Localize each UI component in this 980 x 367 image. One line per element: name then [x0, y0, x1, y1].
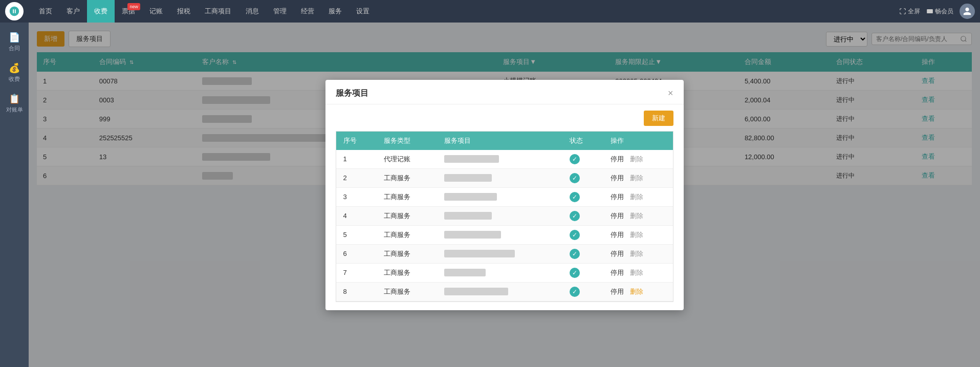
- stop-action-button[interactable]: 停用: [611, 155, 624, 163]
- sidebar-item-label: 对账单: [6, 106, 23, 114]
- modal-cell-actions: 停用 删除: [603, 150, 672, 169]
- status-active-icon: ✓: [570, 249, 580, 259]
- modal-cell-item: ████注册: [437, 282, 562, 301]
- modal-col-seq: 序号: [336, 132, 377, 150]
- delete-action-button[interactable]: 删除: [630, 174, 643, 182]
- statement-icon: 📋: [9, 93, 20, 104]
- modal-table-wrap: 序号 服务类型 服务项目 状态 操作 1 代理记账 ████1 ✓ 停用: [336, 131, 673, 302]
- delete-action-button[interactable]: 删除: [630, 212, 643, 220]
- sidebar-item-statement[interactable]: 📋 对账单: [2, 89, 27, 118]
- sidebar-item-billing[interactable]: 💰 收费: [2, 58, 27, 87]
- modal-cell-actions: 停用 删除: [603, 225, 672, 244]
- nav-settings[interactable]: 设置: [349, 0, 377, 23]
- modal-cell-seq: 4: [336, 206, 377, 225]
- modal-cell-seq: 7: [336, 263, 377, 282]
- modal-cell-status: ✓: [562, 206, 603, 225]
- nav-manage[interactable]: 管理: [266, 0, 294, 23]
- list-item: 8 工商服务 ████注册 ✓ 停用 删除: [336, 282, 673, 301]
- fullscreen-btn[interactable]: 全屏: [899, 7, 920, 16]
- modal-cell-actions: 停用 删除: [603, 206, 672, 225]
- left-sidebar: 📄 合同 💰 收费 📋 对账单: [0, 23, 29, 367]
- modal-cell-type: 工商服务: [377, 263, 437, 282]
- service-items-table: 序号 服务类型 服务项目 状态 操作 1 代理记账 ████1 ✓ 停用: [336, 132, 673, 301]
- nav-service[interactable]: 服务: [321, 0, 349, 23]
- sidebar-item-label: 合同: [9, 45, 20, 52]
- modal-cell-actions: 停用 删除: [603, 282, 672, 301]
- nav-tax[interactable]: 报税: [170, 0, 198, 23]
- modal-cell-seq: 2: [336, 168, 377, 187]
- stop-action-button[interactable]: 停用: [611, 174, 624, 182]
- modal-cell-status: ✓: [562, 187, 603, 206]
- status-active-icon: ✓: [570, 230, 580, 240]
- nav-message[interactable]: 消息: [238, 0, 266, 23]
- modal-body: 新建 序号 服务类型 服务项目 状态 操作: [325, 104, 684, 310]
- main-layout: 📄 合同 💰 收费 📋 对账单 新增 服务项目 进行中 已结束 全部: [0, 23, 980, 367]
- list-item: 6 工商服务 ████████ ✓ 停用 删除: [336, 244, 673, 263]
- delete-action-button[interactable]: 删除: [630, 269, 643, 276]
- sidebar-item-contract[interactable]: 📄 合同: [2, 28, 27, 56]
- list-item: 7 工商服务 ████ ✓ 停用 删除: [336, 263, 673, 282]
- modal-header: 服务项目 ×: [325, 80, 684, 104]
- modal-cell-item: ████████: [437, 244, 562, 263]
- top-navigation: 首页 客户 收费 票据 new 记账 报税 工商项目 消息 管理 经营 服务 设…: [0, 0, 980, 23]
- modal-cell-status: ✓: [562, 263, 603, 282]
- app-logo: [5, 2, 24, 20]
- modal-cell-item: ████1: [437, 150, 562, 169]
- delete-action-button[interactable]: 删除: [630, 193, 643, 201]
- modal-cell-status: ✓: [562, 150, 603, 169]
- modal-cell-type: 工商服务: [377, 187, 437, 206]
- modal-cell-status: ✓: [562, 225, 603, 244]
- modal-cell-item: ████: [437, 263, 562, 282]
- nav-home[interactable]: 首页: [32, 0, 59, 23]
- modal-cell-seq: 6: [336, 244, 377, 263]
- nav-biz-project[interactable]: 工商项目: [198, 0, 238, 23]
- modal-cell-actions: 停用 删除: [603, 168, 672, 187]
- delete-action-button[interactable]: 删除: [630, 231, 643, 239]
- modal-toolbar: 新建: [336, 111, 673, 126]
- modal-new-button[interactable]: 新建: [644, 111, 673, 126]
- list-item: 4 工商服务 ████ ✓ 停用 删除: [336, 206, 673, 225]
- member-btn[interactable]: 畅会员: [926, 7, 953, 16]
- modal-cell-seq: 5: [336, 225, 377, 244]
- modal-cell-actions: 停用 删除: [603, 187, 672, 206]
- nav-customer[interactable]: 客户: [59, 0, 87, 23]
- modal-cell-item: ████: [437, 168, 562, 187]
- delete-action-button[interactable]: 删除: [630, 250, 643, 257]
- status-active-icon: ✓: [570, 173, 580, 183]
- main-content-area: 新增 服务项目 进行中 已结束 全部 序号: [29, 23, 980, 367]
- stop-action-button[interactable]: 停用: [611, 193, 624, 201]
- stop-action-button[interactable]: 停用: [611, 212, 624, 220]
- sidebar-item-label: 收费: [9, 75, 20, 83]
- list-item: 3 工商服务 ████ ✓ 停用 删除: [336, 187, 673, 206]
- modal-col-action: 操作: [603, 132, 672, 150]
- delete-action-button[interactable]: 删除: [630, 155, 643, 163]
- modal-cell-actions: 停用 删除: [603, 244, 672, 263]
- list-item: 2 工商服务 ████ ✓ 停用 删除: [336, 168, 673, 187]
- stop-action-button[interactable]: 停用: [611, 269, 624, 276]
- delete-action-button[interactable]: 删除: [630, 288, 643, 295]
- modal-cell-seq: 8: [336, 282, 377, 301]
- modal-title: 服务项目: [336, 88, 368, 99]
- status-active-icon: ✓: [570, 154, 580, 164]
- modal-col-status: 状态: [562, 132, 603, 150]
- nav-operation[interactable]: 经营: [294, 0, 321, 23]
- modal-cell-status: ✓: [562, 282, 603, 301]
- stop-action-button[interactable]: 停用: [611, 250, 624, 257]
- modal-cell-type: 工商服务: [377, 282, 437, 301]
- stop-action-button[interactable]: 停用: [611, 231, 624, 239]
- modal-cell-item: ████: [437, 225, 562, 244]
- modal-close-button[interactable]: ×: [668, 89, 673, 98]
- list-item: 5 工商服务 ████ ✓ 停用 删除: [336, 225, 673, 244]
- modal-cell-status: ✓: [562, 168, 603, 187]
- modal-cell-actions: 停用 删除: [603, 263, 672, 282]
- nav-billing[interactable]: 收费: [87, 0, 115, 23]
- nav-bookkeeping[interactable]: 记账: [142, 0, 170, 23]
- list-item: 1 代理记账 ████1 ✓ 停用 删除: [336, 150, 673, 169]
- stop-action-button[interactable]: 停用: [611, 288, 624, 295]
- status-active-icon: ✓: [570, 268, 580, 278]
- modal-cell-type: 工商服务: [377, 206, 437, 225]
- modal-cell-item: ████: [437, 206, 562, 225]
- user-avatar[interactable]: [960, 4, 975, 19]
- nav-invoice[interactable]: 票据 new: [115, 0, 142, 23]
- new-badge: new: [127, 3, 140, 10]
